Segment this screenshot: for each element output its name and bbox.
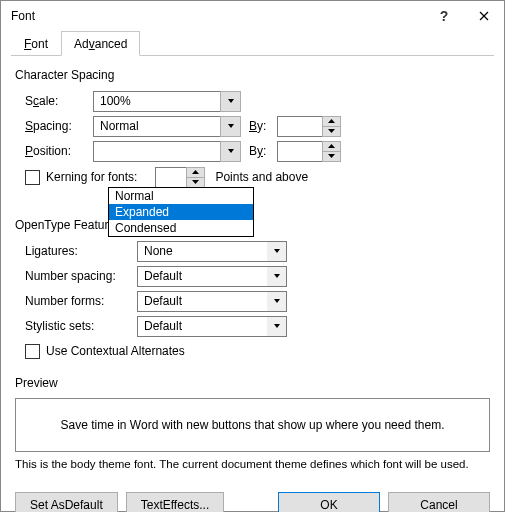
number-spacing-value[interactable]: Default xyxy=(138,267,268,286)
preview-header: Preview xyxy=(15,376,490,390)
ligatures-combo[interactable]: None xyxy=(137,241,287,262)
ligatures-combo-button[interactable] xyxy=(267,242,286,261)
tab-advanced[interactable]: Advanced xyxy=(61,31,140,56)
spacing-dropdown-list[interactable]: Normal Expanded Condensed xyxy=(108,187,254,237)
char-spacing-header: Character Spacing xyxy=(15,68,490,82)
spacing-label: Spacing: xyxy=(25,119,93,133)
help-button[interactable]: ? xyxy=(424,1,464,31)
spin-up[interactable] xyxy=(187,168,204,178)
number-forms-value[interactable]: Default xyxy=(138,292,268,311)
spacing-value[interactable]: Normal xyxy=(93,116,221,137)
scale-combo-button[interactable] xyxy=(220,91,241,112)
spacing-by-value[interactable] xyxy=(277,116,323,137)
spacing-by-spinner[interactable] xyxy=(277,116,341,137)
spin-down[interactable] xyxy=(323,152,340,161)
spin-up[interactable] xyxy=(323,142,340,152)
kerning-spinner[interactable] xyxy=(155,167,205,188)
checkbox-box[interactable] xyxy=(25,170,40,185)
number-spacing-label: Number spacing: xyxy=(25,269,137,283)
stylistic-sets-label: Stylistic sets: xyxy=(25,319,137,333)
contextual-alternates-checkbox[interactable]: Use Contextual Alternates xyxy=(25,344,185,359)
number-forms-combo-button[interactable] xyxy=(267,292,286,311)
chevron-down-icon xyxy=(273,322,281,330)
cancel-button[interactable]: Cancel xyxy=(388,492,490,512)
chevron-down-icon xyxy=(273,272,281,280)
preview-text: Save time in Word with new buttons that … xyxy=(22,418,483,432)
number-forms-combo[interactable]: Default xyxy=(137,291,287,312)
scale-combo[interactable]: 100% xyxy=(93,91,241,112)
set-as-default-button[interactable]: Set As Default xyxy=(15,492,118,512)
spacing-combo-button[interactable] xyxy=(220,116,241,137)
ok-button[interactable]: OK xyxy=(278,492,380,512)
checkbox-box[interactable] xyxy=(25,344,40,359)
spacing-option-expanded[interactable]: Expanded xyxy=(109,204,253,220)
chevron-down-icon xyxy=(227,97,235,105)
spin-up[interactable] xyxy=(323,117,340,127)
ligatures-label: Ligatures: xyxy=(25,244,137,258)
spin-down[interactable] xyxy=(323,127,340,136)
preview-box: Save time in Word with new buttons that … xyxy=(15,398,490,452)
close-icon xyxy=(479,11,489,21)
spinner-buttons[interactable] xyxy=(186,167,205,188)
kerning-label: Kerning for fonts: xyxy=(46,170,137,184)
tab-strip: Font Advanced xyxy=(11,31,494,56)
kerning-value[interactable] xyxy=(155,167,187,188)
dialog-button-row: Set As Default Text Effects... OK Cancel xyxy=(1,482,504,512)
close-button[interactable] xyxy=(464,1,504,31)
position-by-label: By: xyxy=(241,144,277,158)
spacing-by-label: By: xyxy=(241,119,277,133)
preview-hint: This is the body theme font. The current… xyxy=(15,458,490,470)
stylistic-sets-combo-button[interactable] xyxy=(267,317,286,336)
number-spacing-combo-button[interactable] xyxy=(267,267,286,286)
position-label: Position: xyxy=(25,144,93,158)
number-spacing-combo[interactable]: Default xyxy=(137,266,287,287)
text-effects-button[interactable]: Text Effects... xyxy=(126,492,225,512)
client-area: Character Spacing Scale: 100% Spacing: N… xyxy=(1,56,504,482)
number-forms-label: Number forms: xyxy=(25,294,137,308)
spacing-option-normal[interactable]: Normal xyxy=(109,188,253,204)
spinner-buttons[interactable] xyxy=(322,141,341,162)
title-bar: Font ? xyxy=(1,1,504,31)
kerning-checkbox[interactable]: Kerning for fonts: xyxy=(25,170,137,185)
position-value[interactable] xyxy=(93,141,221,162)
scale-label: Scale: xyxy=(25,94,93,108)
contextual-alternates-label: Use Contextual Alternates xyxy=(46,344,185,358)
window-title: Font xyxy=(11,9,424,23)
spinner-buttons[interactable] xyxy=(322,116,341,137)
spacing-option-condensed[interactable]: Condensed xyxy=(109,220,253,236)
stylistic-sets-combo[interactable]: Default xyxy=(137,316,287,337)
chevron-down-icon xyxy=(273,247,281,255)
spacing-combo[interactable]: Normal xyxy=(93,116,241,137)
spin-down[interactable] xyxy=(187,178,204,187)
ligatures-value[interactable]: None xyxy=(138,242,268,261)
points-above-label: Points and above xyxy=(215,170,308,184)
chevron-down-icon xyxy=(227,122,235,130)
position-combo[interactable] xyxy=(93,141,241,162)
font-dialog: Font ? Font Advanced Character Spacing S… xyxy=(0,0,505,512)
position-by-value[interactable] xyxy=(277,141,323,162)
scale-value[interactable]: 100% xyxy=(93,91,221,112)
stylistic-sets-value[interactable]: Default xyxy=(138,317,268,336)
position-combo-button[interactable] xyxy=(220,141,241,162)
tab-font[interactable]: Font xyxy=(11,31,61,56)
chevron-down-icon xyxy=(273,297,281,305)
chevron-down-icon xyxy=(227,147,235,155)
position-by-spinner[interactable] xyxy=(277,141,341,162)
